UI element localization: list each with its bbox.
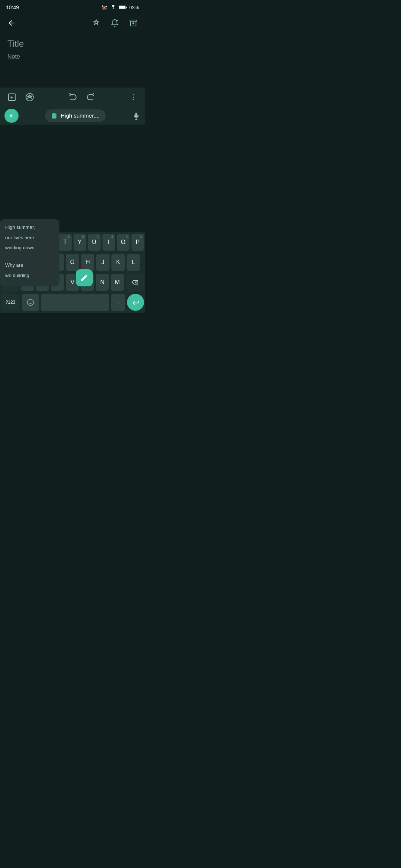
key-i[interactable]: 8I — [102, 234, 115, 251]
suggestion-pill[interactable]: High summer,... — [45, 109, 105, 122]
key-p[interactable]: 0P — [131, 234, 144, 251]
edit-toolbar-left — [6, 91, 36, 103]
more-options-button[interactable] — [128, 92, 139, 103]
key-o[interactable]: 9O — [117, 234, 130, 251]
svg-rect-19 — [53, 113, 55, 114]
note-area[interactable]: Title Note — [0, 33, 145, 66]
autocomplete-line5: we building — [5, 272, 54, 279]
key-g[interactable]: G — [66, 254, 79, 271]
key-u[interactable]: 7U — [88, 234, 101, 251]
toolbar-right — [91, 17, 139, 29]
status-icons: 🔕 93% — [102, 4, 139, 10]
expand-suggestions-button[interactable] — [4, 109, 19, 123]
key-h[interactable]: H — [81, 254, 94, 271]
autocomplete-apply-button[interactable] — [76, 269, 93, 286]
suggestion-bar: High summer,... — [0, 107, 145, 125]
svg-rect-7 — [130, 20, 137, 22]
back-button[interactable] — [6, 17, 17, 29]
palette-button[interactable] — [24, 91, 36, 103]
mute-icon: 🔕 — [102, 4, 108, 10]
mic-button[interactable] — [132, 111, 140, 121]
battery-percent: 93% — [129, 5, 139, 10]
svg-point-14 — [29, 95, 30, 96]
keyboard-row-4: ?123 . — [0, 292, 145, 313]
add-content-button[interactable] — [6, 91, 18, 103]
key-t[interactable]: 5T — [59, 234, 71, 251]
autocomplete-line3: winding down. — [5, 244, 54, 251]
key-k[interactable]: K — [111, 254, 125, 271]
clipboard-icon — [51, 112, 58, 119]
wifi-icon — [110, 5, 117, 10]
autocomplete-line1: High summer, — [5, 224, 54, 231]
undo-button[interactable] — [67, 91, 79, 103]
edit-toolbar-center — [67, 91, 97, 103]
battery-icon — [119, 5, 127, 10]
key-y[interactable]: 6Y — [74, 234, 86, 251]
svg-point-13 — [28, 96, 29, 97]
autocomplete-line4: Why are — [5, 262, 54, 269]
svg-rect-2 — [119, 6, 125, 9]
archive-button[interactable] — [128, 17, 139, 29]
svg-point-18 — [133, 99, 134, 100]
redo-button[interactable] — [85, 91, 97, 103]
pin-button[interactable] — [91, 17, 102, 29]
symbols-key[interactable]: ?123 — [1, 294, 20, 311]
key-j[interactable]: J — [96, 254, 110, 271]
svg-point-25 — [27, 299, 34, 306]
svg-point-15 — [31, 96, 32, 97]
autocomplete-popup[interactable]: High summer, our lives here winding down… — [0, 219, 59, 286]
edit-toolbar — [0, 88, 145, 107]
note-title-placeholder[interactable]: Title — [7, 39, 137, 49]
svg-text:🔕: 🔕 — [102, 6, 107, 10]
toolbar-left — [6, 17, 17, 29]
app-toolbar — [0, 13, 145, 33]
emoji-key[interactable] — [22, 294, 39, 311]
add-reminder-button[interactable] — [109, 17, 120, 29]
backspace-key[interactable] — [126, 274, 144, 291]
svg-point-16 — [133, 94, 134, 95]
period-key[interactable]: . — [111, 294, 125, 311]
svg-rect-3 — [126, 7, 127, 8]
svg-point-17 — [133, 97, 134, 98]
enter-key[interactable] — [127, 294, 144, 311]
note-body-placeholder[interactable]: Note — [7, 53, 137, 60]
status-bar: 10:49 🔕 93% — [0, 0, 145, 13]
suggestion-text: High summer,... — [61, 112, 100, 119]
autocomplete-line2: our lives here — [5, 234, 54, 241]
key-n[interactable]: N — [96, 274, 109, 291]
key-l[interactable]: L — [127, 254, 140, 271]
key-m[interactable]: M — [111, 274, 124, 291]
status-time: 10:49 — [6, 4, 19, 10]
space-key[interactable] — [41, 294, 109, 311]
svg-point-12 — [26, 93, 33, 101]
